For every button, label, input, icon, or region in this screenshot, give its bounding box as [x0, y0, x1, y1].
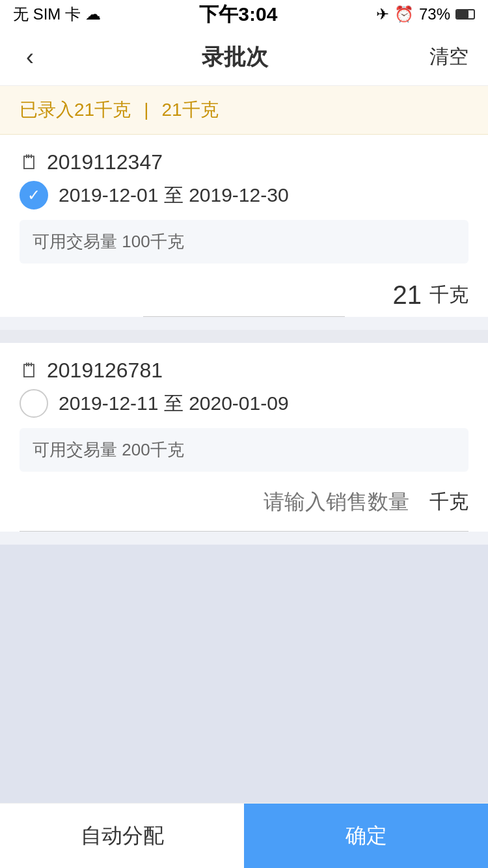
batch2-underline — [20, 531, 468, 532]
batch-item-2: 🗒 2019126781 2019-12-11 至 2020-01-09 可用交… — [0, 343, 488, 532]
batch1-underline — [143, 316, 345, 317]
battery-icon: ✈ — [376, 5, 389, 23]
battery-bar — [455, 9, 475, 20]
alarm-icon: ⏰ — [394, 5, 414, 23]
battery-label: 73% — [419, 5, 450, 23]
batch2-date-row[interactable]: 2019-12-11 至 2020-01-09 — [0, 389, 488, 428]
batch2-id: 2019126781 — [47, 359, 163, 383]
status-time: 下午3:04 — [199, 1, 277, 28]
auto-distribute-button[interactable]: 自动分配 — [0, 804, 244, 868]
recorded-label: 已录入21千克 — [20, 98, 131, 122]
status-bar: 无 SIM 卡 ☁ 下午3:04 ✈ ⏰ 73% — [0, 0, 488, 29]
batch1-date: 2019-12-01 至 2019-12-30 — [59, 182, 289, 209]
batch-item-1: 🗒 2019112347 ✓ 2019-12-01 至 2019-12-30 可… — [0, 135, 488, 317]
clear-button[interactable]: 清空 — [429, 44, 468, 70]
confirm-button[interactable]: 确定 — [244, 804, 488, 868]
batch1-qty-value: 21 — [393, 280, 422, 310]
batch2-header: 🗒 2019126781 — [0, 343, 488, 389]
check-icon: ✓ — [27, 186, 40, 204]
batch1-avail: 可用交易量 100千克 — [20, 220, 468, 264]
nav-bar: ‹ 录批次 清空 — [0, 29, 488, 86]
batch1-date-row[interactable]: ✓ 2019-12-01 至 2019-12-30 — [0, 181, 488, 220]
batch1-qty-row: 21 千克 — [0, 270, 488, 316]
summary-divider: | — [144, 100, 148, 120]
status-left: 无 SIM 卡 ☁ — [13, 4, 101, 25]
batch2-input-row: 千克 — [0, 478, 488, 531]
sim-label: 无 SIM 卡 ☁ — [13, 4, 101, 25]
total-label: 21千克 — [161, 98, 218, 122]
batch2-radio[interactable] — [20, 389, 48, 418]
batch2-icon: 🗒 — [20, 360, 39, 382]
batch2-avail: 可用交易量 200千克 — [20, 428, 468, 472]
batch1-id: 2019112347 — [47, 150, 163, 174]
batch1-avail-text: 可用交易量 100千克 — [33, 232, 184, 251]
batch2-qty-input[interactable] — [224, 490, 419, 514]
section-divider-1 — [0, 330, 488, 343]
bottom-spacer — [0, 545, 488, 805]
batch2-unit: 千克 — [429, 489, 468, 515]
back-button[interactable]: ‹ — [20, 37, 40, 77]
batch1-icon: 🗒 — [20, 152, 39, 174]
batch1-header: 🗒 2019112347 — [0, 135, 488, 181]
page-title: 录批次 — [202, 42, 268, 72]
batch1-qty-unit: 千克 — [429, 282, 468, 308]
batch2-avail-text: 可用交易量 200千克 — [33, 440, 184, 459]
batch2-date: 2019-12-11 至 2020-01-09 — [59, 390, 289, 417]
summary-bar: 已录入21千克 | 21千克 — [0, 86, 488, 135]
status-right: ✈ ⏰ 73% — [376, 5, 475, 23]
footer: 自动分配 确定 — [0, 803, 488, 868]
batch1-radio[interactable]: ✓ — [20, 181, 48, 210]
